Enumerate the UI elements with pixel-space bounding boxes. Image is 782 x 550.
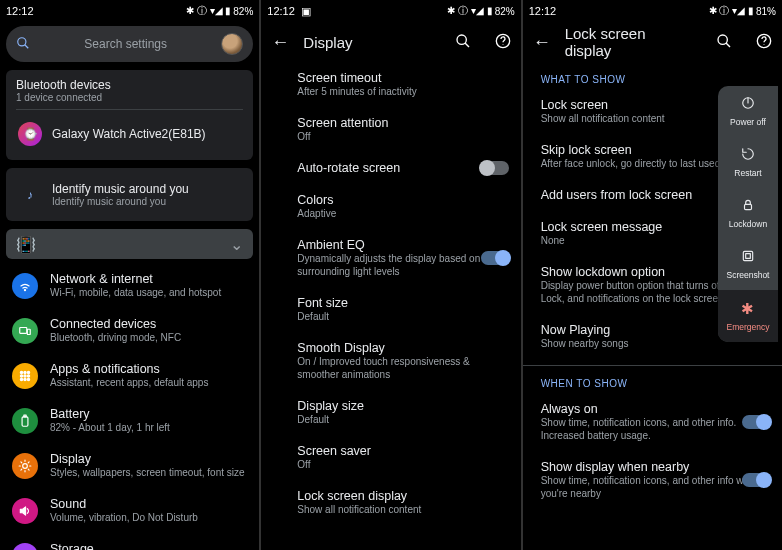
svg-rect-30 bbox=[746, 254, 751, 259]
item-title: Colors bbox=[297, 193, 510, 207]
display-item[interactable]: Screen timeoutAfter 5 minutes of inactiv… bbox=[297, 62, 510, 107]
lockscreen-display-panel: 12:12 ✱ ⓘ ▾◢ ▮ 81% ← Lock screen display… bbox=[523, 0, 782, 550]
power-menu-restart[interactable]: Restart bbox=[718, 137, 778, 188]
item-sub: Assistant, recent apps, default apps bbox=[50, 376, 247, 389]
app-bar: ← Display bbox=[261, 22, 520, 62]
display-settings-panel: 12:12 ▣ ✱ ⓘ ▾◢ ▮ 82% ← Display Screen ti… bbox=[261, 0, 520, 550]
status-bar: 12:12 ✱ ⓘ ▾◢ ▮ 81% bbox=[523, 0, 782, 22]
display-item[interactable]: Ambient EQDynamically adjusts the displa… bbox=[297, 229, 510, 287]
power-menu-label: Power off bbox=[730, 117, 766, 127]
search-button[interactable] bbox=[716, 33, 732, 52]
power-menu-screenshot[interactable]: Screenshot bbox=[718, 239, 778, 290]
profile-avatar[interactable] bbox=[221, 33, 243, 55]
search-placeholder: Search settings bbox=[40, 37, 211, 51]
bluetooth-card[interactable]: Bluetooth devices 1 device connected ⌚ G… bbox=[6, 70, 253, 160]
vibration-icon: 📳 bbox=[16, 235, 36, 254]
svg-point-6 bbox=[24, 371, 26, 373]
svg-rect-29 bbox=[743, 251, 752, 260]
item-sub: Dynamically adjusts the display based on… bbox=[297, 252, 510, 278]
svg-point-16 bbox=[23, 463, 28, 468]
back-button[interactable]: ← bbox=[533, 32, 551, 53]
item-title: Smooth Display bbox=[297, 341, 510, 355]
display-item[interactable]: Font sizeDefault bbox=[297, 287, 510, 332]
svg-point-22 bbox=[718, 35, 727, 44]
help-button[interactable] bbox=[495, 33, 511, 52]
display-item[interactable]: Smooth DisplayOn / Improved touch respon… bbox=[297, 332, 510, 390]
item-sub: On / Improved touch responsiveness & smo… bbox=[297, 355, 510, 381]
devices-icon bbox=[12, 318, 38, 344]
item-title: Display bbox=[50, 452, 247, 466]
settings-list: Network & internet Wi-Fi, mobile, data u… bbox=[0, 263, 259, 550]
svg-point-11 bbox=[20, 378, 22, 380]
display-item[interactable]: Screen attentionOff bbox=[297, 107, 510, 152]
item-sub: After 5 minutes of inactivity bbox=[297, 85, 510, 98]
svg-point-13 bbox=[27, 378, 29, 380]
power-menu-lockdown[interactable]: Lockdown bbox=[718, 188, 778, 239]
status-icons: ✱ ⓘ ▾◢ ▮ bbox=[447, 4, 492, 18]
search-settings-bar[interactable]: Search settings bbox=[6, 26, 253, 62]
item-title: Ambient EQ bbox=[297, 238, 510, 252]
bluetooth-title: Bluetooth devices bbox=[16, 78, 243, 92]
vibration-quick-row[interactable]: 📳 ⌄ bbox=[6, 229, 253, 259]
app-bar: ← Lock screen display bbox=[523, 22, 782, 62]
item-title: Always on bbox=[541, 402, 772, 416]
search-button[interactable] bbox=[455, 33, 471, 52]
settings-item-storage[interactable]: Storage 36% used - 41.11 GB free bbox=[0, 533, 259, 550]
item-sub: Bluetooth, driving mode, NFC bbox=[50, 331, 247, 344]
toggle-switch[interactable] bbox=[481, 161, 509, 175]
power-menu-emergency[interactable]: ✱Emergency bbox=[718, 290, 778, 342]
search-icon bbox=[16, 36, 30, 53]
svg-rect-14 bbox=[22, 416, 28, 425]
power-menu-power-off[interactable]: Power off bbox=[718, 86, 778, 137]
status-bar: 12:12 ▣ ✱ ⓘ ▾◢ ▮ 82% bbox=[261, 0, 520, 22]
power-menu: Power offRestartLockdownScreenshot✱Emerg… bbox=[718, 86, 778, 342]
item-title: Apps & notifications bbox=[50, 362, 247, 376]
toggle-switch[interactable] bbox=[481, 251, 509, 265]
lockscreen-item[interactable]: Show display when nearbyShow time, notif… bbox=[541, 451, 772, 509]
svg-rect-4 bbox=[27, 329, 30, 334]
settings-item-network-internet[interactable]: Network & internet Wi-Fi, mobile, data u… bbox=[0, 263, 259, 308]
settings-root-panel: 12:12 ✱ ⓘ ▾◢ ▮ 82% Search settings Bluet… bbox=[0, 0, 259, 550]
item-sub: Show time, notification icons, and other… bbox=[541, 416, 772, 442]
wifi-icon bbox=[12, 273, 38, 299]
svg-rect-3 bbox=[20, 327, 27, 333]
item-title: Screen timeout bbox=[297, 71, 510, 85]
status-bar: 12:12 ✱ ⓘ ▾◢ ▮ 82% bbox=[0, 0, 259, 22]
display-item[interactable]: Auto-rotate screen bbox=[297, 152, 510, 184]
svg-rect-15 bbox=[24, 415, 26, 417]
page-title: Display bbox=[303, 34, 430, 51]
apps-icon bbox=[12, 363, 38, 389]
chevron-down-icon: ⌄ bbox=[230, 235, 243, 254]
display-item[interactable]: Display sizeDefault bbox=[297, 390, 510, 435]
help-button[interactable] bbox=[756, 33, 772, 52]
item-sub: 82% - About 1 day, 1 hr left bbox=[50, 421, 247, 434]
music-id-card[interactable]: ♪ Identify music around you Identify mus… bbox=[6, 168, 253, 221]
settings-item-battery[interactable]: Battery 82% - About 1 day, 1 hr left bbox=[0, 398, 259, 443]
display-item[interactable]: Lock screen displayShow all notification… bbox=[297, 480, 510, 525]
back-button[interactable]: ← bbox=[271, 32, 289, 53]
storage-icon bbox=[12, 543, 38, 551]
section-header: WHAT TO SHOW bbox=[541, 62, 772, 89]
clock: 12:12 bbox=[6, 5, 34, 17]
status-icons: ✱ ⓘ ▾◢ ▮ bbox=[709, 4, 754, 18]
power-menu-label: Restart bbox=[734, 168, 761, 178]
item-title: Font size bbox=[297, 296, 510, 310]
lockscreen-item[interactable]: Always onShow time, notification icons, … bbox=[541, 393, 772, 451]
toggle-switch[interactable] bbox=[742, 473, 770, 487]
settings-item-sound[interactable]: Sound Volume, vibration, Do Not Disturb bbox=[0, 488, 259, 533]
clock: 12:12 bbox=[529, 5, 557, 17]
display-list: Screen timeoutAfter 5 minutes of inactiv… bbox=[261, 62, 520, 550]
display-item[interactable]: Screen saverOff bbox=[297, 435, 510, 480]
display-item[interactable]: ColorsAdaptive bbox=[297, 184, 510, 229]
item-sub: Default bbox=[297, 413, 510, 426]
item-sub: Off bbox=[297, 130, 510, 143]
settings-item-display[interactable]: Display Styles, wallpapers, screen timeo… bbox=[0, 443, 259, 488]
settings-item-apps-notifications[interactable]: Apps & notifications Assistant, recent a… bbox=[0, 353, 259, 398]
svg-point-12 bbox=[24, 378, 26, 380]
settings-item-connected-devices[interactable]: Connected devices Bluetooth, driving mod… bbox=[0, 308, 259, 353]
svg-point-18 bbox=[457, 35, 466, 44]
item-sub: Off bbox=[297, 458, 510, 471]
toggle-switch[interactable] bbox=[742, 415, 770, 429]
watch-row[interactable]: ⌚ Galaxy Watch Active2(E81B) bbox=[16, 116, 243, 152]
page-title: Lock screen display bbox=[565, 25, 692, 59]
